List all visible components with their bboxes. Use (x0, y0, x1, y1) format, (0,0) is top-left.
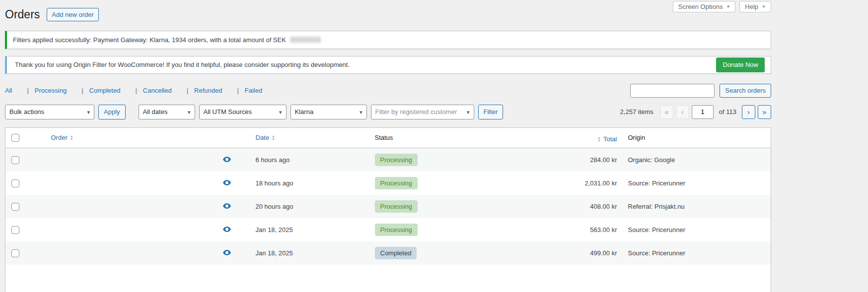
chevron-down-icon: ▼ (762, 5, 766, 9)
screen-meta-row: Screen Options ▼ Help ▼ (673, 1, 771, 12)
title-row: Orders Add new order (5, 8, 771, 22)
order-total: 563.00 kr (499, 218, 623, 241)
date-column-header: Date (256, 134, 269, 141)
screen-options-button[interactable]: Screen Options ▼ (673, 1, 736, 12)
chevron-down-icon: ▼ (726, 5, 730, 9)
dates-filter-value: All dates (143, 108, 168, 116)
prev-page-button[interactable]: ‹ (676, 105, 689, 119)
filters-applied-text: Filters applied successfully: Payment Ga… (13, 36, 286, 44)
donate-now-button[interactable]: Donate Now (716, 58, 765, 72)
status-column-header: Status (375, 134, 393, 141)
order-row: 6 hours ago Processing 284.00 kr Organic… (5, 148, 771, 172)
first-page-button[interactable]: « (660, 105, 673, 119)
order-date: 6 hours ago (251, 148, 370, 172)
sort-icon: ▲▼ (597, 136, 601, 142)
sort-by-date[interactable]: Date ▲▼ (256, 134, 275, 141)
next-page-button[interactable]: › (742, 105, 755, 119)
add-new-order-button[interactable]: Add new order (47, 8, 99, 21)
order-origin: Referral: Prisjakt.nu (623, 195, 771, 218)
select-all-checkbox[interactable] (11, 134, 19, 142)
preview-eye-icon[interactable] (223, 203, 231, 209)
filter-button[interactable]: Filter (478, 105, 504, 119)
status-badge: Processing (375, 154, 418, 166)
utm-source-filter-value: All UTM Sources (204, 108, 252, 116)
row-checkbox[interactable] (11, 179, 19, 187)
customer-filter-select[interactable]: Filter by registered customer ▾ (371, 105, 474, 119)
bulk-actions-select[interactable]: Bulk actions ▾ (5, 105, 94, 119)
sort-by-total[interactable]: ▲▼ Total (597, 135, 617, 143)
donate-notice: Thank you for using Origin Filter for Wo… (5, 56, 771, 74)
status-badge: Processing (375, 177, 418, 189)
order-column-header: Order (51, 134, 68, 141)
origin-column-header: Origin (628, 134, 646, 141)
order-row: Jan 18, 2025 Processing 563.00 kr Source… (5, 218, 771, 241)
orders-admin-page: Screen Options ▼ Help ▼ Orders Add new o… (5, 0, 771, 292)
redacted-amount (290, 37, 321, 43)
preview-eye-icon[interactable] (223, 227, 231, 232)
total-pages-label: of 113 (719, 108, 736, 116)
orders-table: Order ▲▼ Date ▲▼ Status ▲▼ Total (5, 127, 771, 292)
help-button[interactable]: Help ▼ (739, 1, 771, 12)
order-date: Jan 18, 2025 (251, 218, 370, 241)
status-filter-separator: | (135, 87, 137, 94)
payment-gateway-filter-value: Klarna (295, 108, 314, 116)
order-total: 499.00 kr (499, 241, 623, 265)
dates-filter-select[interactable]: All dates ▾ (139, 105, 195, 119)
order-total: 408.00 kr (499, 195, 623, 218)
total-column-header: Total (603, 135, 617, 143)
bulk-actions-value: Bulk actions (9, 108, 44, 116)
status-badge: Processing (375, 224, 418, 236)
row-checkbox[interactable] (11, 226, 19, 234)
status-filter-separator: | (27, 87, 28, 94)
status-filter-completed[interactable]: Completed (89, 87, 121, 94)
preview-eye-icon[interactable] (223, 157, 231, 162)
current-page-input[interactable] (692, 105, 714, 119)
status-badge: Completed (375, 247, 417, 259)
chevron-down-icon: ▾ (87, 109, 90, 115)
order-date: 20 hours ago (251, 195, 370, 218)
utm-source-filter-select[interactable]: All UTM Sources ▾ (199, 105, 287, 119)
search-box: Search orders (630, 84, 771, 98)
table-header-row: Order ▲▼ Date ▲▼ Status ▲▼ Total (5, 127, 771, 148)
chevron-down-icon: ▾ (360, 109, 362, 115)
status-filter-failed[interactable]: Failed (245, 87, 262, 94)
order-date: Jan 18, 2025 (251, 241, 370, 265)
row-checkbox[interactable] (11, 249, 19, 257)
order-origin: Source: Pricerunner (623, 218, 771, 241)
filters-row: All|Processing|Completed|Cancelled|Refun… (5, 84, 771, 98)
row-checkbox[interactable] (11, 156, 19, 164)
search-orders-button[interactable]: Search orders (720, 84, 771, 98)
payment-gateway-filter-select[interactable]: Klarna ▾ (290, 105, 367, 119)
order-date: 18 hours ago (251, 172, 370, 195)
preview-eye-icon[interactable] (223, 180, 231, 185)
search-orders-input[interactable] (630, 84, 715, 98)
table-toolbar: Bulk actions ▾ Apply All dates ▾ All UTM… (5, 105, 771, 119)
status-filter-separator: | (81, 87, 83, 94)
pagination: 2,257 items « ‹ of 113 › » (620, 105, 771, 119)
status-filter-separator: | (187, 87, 188, 94)
row-checkbox[interactable] (11, 203, 19, 211)
donate-notice-text: Thank you for using Origin Filter for Wo… (15, 61, 350, 68)
status-filter-processing[interactable]: Processing (35, 87, 67, 94)
orders-table-body: 6 hours ago Processing 284.00 kr Organic… (5, 148, 771, 292)
sort-by-order[interactable]: Order ▲▼ (51, 134, 73, 141)
items-count: 2,257 items (620, 108, 653, 116)
screen-options-label: Screen Options (678, 3, 723, 10)
order-row: 20 hours ago Processing 408.00 kr Referr… (5, 195, 771, 218)
empty-row (5, 265, 771, 292)
sort-icon: ▲▼ (70, 135, 73, 141)
sort-icon: ▲▼ (272, 135, 275, 141)
apply-button[interactable]: Apply (98, 105, 126, 119)
page-title: Orders (5, 8, 40, 22)
order-total: 284.00 kr (499, 148, 623, 172)
status-filter-cancelled[interactable]: Cancelled (143, 87, 172, 94)
order-row: 18 hours ago Processing 2,031.00 kr Sour… (5, 172, 771, 195)
status-filters: All|Processing|Completed|Cancelled|Refun… (5, 87, 277, 94)
help-label: Help (745, 3, 758, 10)
order-row: Jan 18, 2025 Completed 499.00 kr Source:… (5, 241, 771, 265)
status-filter-refunded[interactable]: Refunded (194, 87, 222, 94)
last-page-button[interactable]: » (758, 105, 771, 119)
status-filter-all[interactable]: All (5, 87, 12, 94)
customer-filter-placeholder: Filter by registered customer (375, 108, 457, 116)
preview-eye-icon[interactable] (223, 250, 231, 255)
